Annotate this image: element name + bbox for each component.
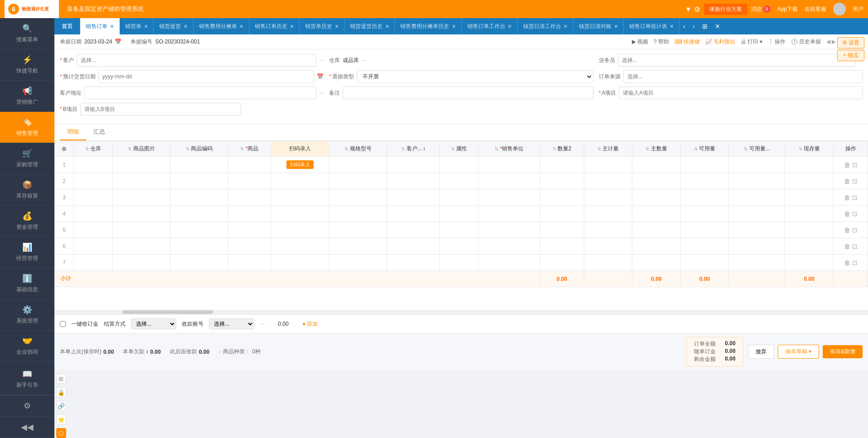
one-click-checkbox[interactable] [60, 321, 66, 327]
save-new-btn[interactable]: 保存&新增 [823, 345, 863, 358]
copy-icon[interactable]: ⊡ [852, 178, 858, 185]
cell[interactable] [478, 238, 540, 255]
col-available2[interactable]: ⇅ 可用量... [729, 141, 785, 157]
delete-icon[interactable]: 🗑 [844, 178, 850, 185]
cell[interactable] [584, 255, 632, 271]
col-scan[interactable]: 扫码录入 [271, 141, 329, 157]
cell[interactable] [440, 222, 478, 238]
copy-icon[interactable]: ⊡ [852, 210, 858, 217]
tab-sales-stats[interactable]: 销售订单统计表 × [624, 18, 679, 34]
sidebar-item-inventory[interactable]: 📦 库存核算 [0, 174, 54, 206]
col-settings[interactable]: ⚙ [55, 141, 74, 157]
settings-icon[interactable]: ⚙ [694, 5, 700, 14]
customer-input[interactable] [77, 54, 317, 67]
cell[interactable] [170, 157, 228, 173]
cell[interactable] [785, 238, 834, 255]
col-attributes[interactable]: ⇅ 属性 [440, 141, 478, 157]
app-download-btn[interactable]: App下载 [777, 5, 798, 13]
cell[interactable] [74, 222, 112, 238]
cell[interactable] [112, 206, 170, 222]
col-product-code[interactable]: ⇅ 商品编码 [170, 141, 228, 157]
cell[interactable] [440, 173, 478, 189]
a-project-input[interactable] [619, 87, 863, 99]
tab-summary[interactable]: 汇总 [86, 124, 112, 140]
delete-icon[interactable]: 🗑 [844, 226, 850, 234]
cell[interactable] [632, 157, 681, 173]
address-input[interactable] [84, 87, 316, 99]
cell[interactable] [540, 206, 584, 222]
online-service-btn[interactable]: 在线客服 [805, 5, 826, 13]
cell[interactable] [540, 255, 584, 271]
cell[interactable] [228, 206, 271, 222]
cell[interactable] [785, 173, 834, 189]
cell[interactable] [478, 206, 540, 222]
cell[interactable] [729, 255, 785, 271]
cell[interactable] [729, 222, 785, 238]
cell[interactable] [74, 173, 112, 189]
cell[interactable] [729, 173, 785, 189]
tab-detail[interactable]: 明细 [60, 124, 86, 140]
account-select[interactable]: 选择... [209, 318, 254, 329]
tab-next-btn[interactable]: › [689, 23, 698, 30]
cell[interactable] [329, 189, 387, 206]
profit-btn[interactable]: 📈 毛利预估 [705, 38, 735, 46]
sidebar-item-basic[interactable]: ℹ️ 基础信息 [0, 268, 54, 299]
cell[interactable] [329, 206, 387, 222]
cell[interactable] [440, 157, 478, 173]
col-main-qty[interactable]: ⇅ 主数量 [632, 141, 681, 157]
cell[interactable] [680, 189, 729, 206]
view-btn[interactable]: ▶ 视频 [632, 38, 648, 46]
print-btn[interactable]: 🖨 打印 ▾ [741, 38, 762, 46]
cell[interactable] [729, 238, 785, 255]
cell[interactable] [228, 189, 271, 206]
tab-order-history[interactable]: 销售订单历史 × [249, 18, 300, 34]
cell[interactable] [632, 173, 681, 189]
cell[interactable] [329, 238, 387, 255]
delete-icon[interactable]: 🗑 [844, 194, 850, 201]
tab-home[interactable]: 首页 [54, 18, 80, 34]
copy-icon[interactable]: ⊡ [852, 259, 858, 266]
cell[interactable] [478, 222, 540, 238]
cell[interactable] [680, 173, 729, 189]
panel-icon-grid[interactable]: ⊞ [56, 374, 66, 384]
tab-expense-history[interactable]: 销售费用分摊单历史 × [395, 18, 461, 34]
sidebar-item-collapse[interactable]: ◀◀ [0, 417, 54, 438]
sidebar-item-sales[interactable]: 🏷️ 销售管理 [0, 112, 54, 143]
cell[interactable] [329, 222, 387, 238]
col-qty2[interactable]: ⇅ 数量2 [540, 141, 584, 157]
col-customer-code[interactable]: ⇅ 客户... ℹ [387, 141, 440, 157]
delete-icon[interactable]: 🗑 [844, 161, 850, 168]
message-btn[interactable]: 消息 9 [751, 5, 771, 13]
cell[interactable] [170, 173, 228, 189]
shortcut-btn[interactable]: ⌨ 快捷键 [674, 38, 700, 46]
scroll-area[interactable] [54, 310, 868, 314]
cell[interactable] [74, 157, 112, 173]
cell[interactable] [540, 238, 584, 255]
cell[interactable] [729, 189, 785, 206]
cell[interactable] [74, 206, 112, 222]
cell[interactable] [680, 206, 729, 222]
cell[interactable] [632, 238, 681, 255]
cell[interactable] [329, 173, 387, 189]
sidebar-item-ops[interactable]: 📊 经营管理 [0, 237, 54, 268]
cell[interactable] [74, 238, 112, 255]
cell[interactable] [632, 189, 681, 206]
cell[interactable] [112, 173, 170, 189]
cell[interactable] [170, 206, 228, 222]
account-more-btn[interactable]: ··· [260, 321, 264, 327]
user-name[interactable]: 用户 [853, 5, 863, 13]
cell[interactable] [387, 206, 440, 222]
cell[interactable] [228, 222, 271, 238]
calendar-icon[interactable]: 📅 [115, 39, 121, 45]
cell[interactable] [785, 222, 834, 238]
cell[interactable] [729, 206, 785, 222]
save-draft-btn[interactable]: 保存草稿 ▾ [778, 345, 819, 359]
operation-btn[interactable]: ⋮ 操作 [768, 38, 786, 46]
method-select[interactable]: 选择... [131, 318, 176, 329]
sidebar-item-gear[interactable]: ⚙ [0, 395, 54, 417]
panel-icon-puzzle[interactable]: ⬡ [56, 428, 66, 438]
sidebar-item-enterprise[interactable]: 🤝 企业协同 [0, 331, 54, 362]
tab-close-all-btn[interactable]: ✕ [711, 23, 724, 30]
cell[interactable] [680, 238, 729, 255]
cell[interactable] [680, 222, 729, 238]
